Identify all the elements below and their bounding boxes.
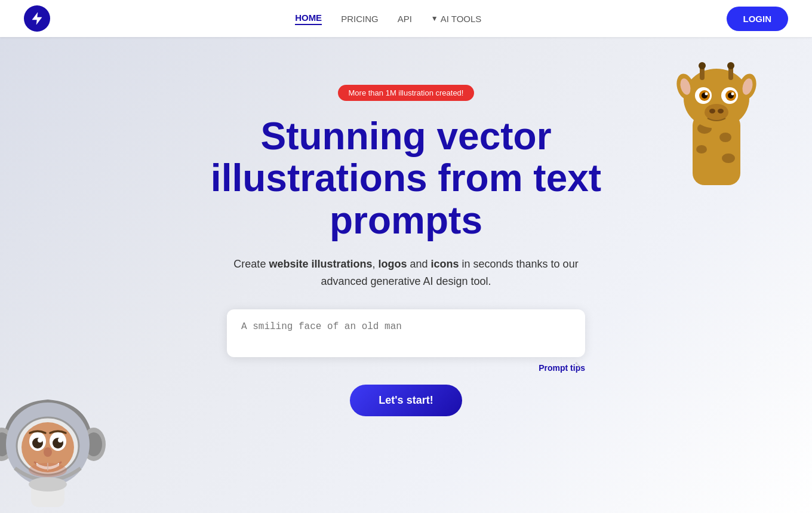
badge: More than 1M illustration created! bbox=[338, 85, 475, 101]
chevron-down-icon: ▼ bbox=[431, 14, 438, 23]
svg-point-41 bbox=[29, 463, 67, 477]
hero-section: More than 1M illustration created! Stunn… bbox=[0, 37, 812, 416]
start-button[interactable]: Let's start! bbox=[350, 385, 462, 416]
nav-home[interactable]: HOME bbox=[295, 13, 322, 25]
nav-links: HOME PRICING API ▼ AI TOOLS bbox=[295, 13, 481, 25]
nav-ai-tools-dropdown[interactable]: ▼ AI TOOLS bbox=[431, 14, 482, 24]
hero-title: Stunning vector illustrations from text … bbox=[211, 115, 601, 241]
prompt-tips-link[interactable]: Prompt tips bbox=[227, 363, 585, 373]
prompt-input[interactable] bbox=[227, 309, 585, 357]
svg-point-43 bbox=[29, 477, 67, 492]
logo[interactable] bbox=[24, 5, 50, 32]
search-box-wrapper: ⤡ Prompt tips bbox=[227, 309, 585, 373]
hero-subtitle: Create website illustrations, logos and … bbox=[233, 256, 579, 290]
nav-pricing[interactable]: PRICING bbox=[341, 14, 379, 24]
navbar: HOME PRICING API ▼ AI TOOLS LOGIN bbox=[0, 0, 812, 37]
nav-ai-tools-label: AI TOOLS bbox=[441, 14, 482, 24]
nav-api[interactable]: API bbox=[398, 14, 412, 24]
svg-point-38 bbox=[58, 438, 63, 443]
svg-point-39 bbox=[44, 447, 52, 457]
svg-point-37 bbox=[38, 438, 42, 443]
login-button[interactable]: LOGIN bbox=[727, 7, 789, 31]
logo-icon bbox=[24, 5, 50, 32]
